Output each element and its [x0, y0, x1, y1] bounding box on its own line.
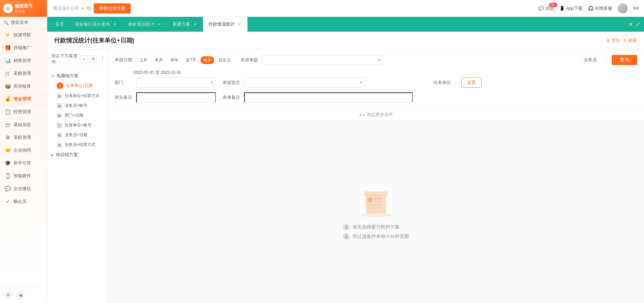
partner-more-icon[interactable]: ··· [455, 80, 459, 85]
tab-bank-flow[interactable]: 现金银行流水查询 ✕ [69, 17, 123, 32]
collapse-bar[interactable]: ∧∧ 收起更多条件 [108, 108, 644, 121]
staff-label: 业务员 [584, 57, 603, 63]
scheme-item-label: 业务员+日期 [65, 132, 87, 138]
tab-home-label: 首页 [55, 21, 64, 27]
tab-expand-icon[interactable]: ⤢ [636, 21, 640, 28]
sidebar-item-corp-wechat[interactable]: 💬 企业微信 [0, 182, 47, 195]
settings-button[interactable]: 设置 [461, 78, 481, 88]
tab-payment-stats[interactable]: 付款情况统计 ✕ [203, 17, 247, 32]
operation-icon: 📋 [5, 109, 11, 115]
add-scheme-button[interactable]: + [80, 55, 87, 63]
scheme-item-staff-settle[interactable]: ▦ 业务员+结算方式 [47, 140, 108, 150]
date-last-7days-btn[interactable]: 近7天 [183, 56, 199, 64]
tab-receipt-stats[interactable]: 收款情况统计 ✕ [123, 17, 167, 32]
date-custom-btn[interactable]: 自定义 [215, 56, 234, 64]
collapse-label: 收起更多条件 [367, 112, 393, 118]
scheme-settings-button[interactable]: ⚙ [89, 55, 97, 63]
scheme-item-label: 往来单位+账号 [65, 122, 91, 128]
sidebar-item-operation[interactable]: 📋 经营管理 [0, 105, 47, 118]
date-this-month-btn[interactable]: 本月 [152, 56, 166, 64]
scheme-panel-collapse-button[interactable]: 《 [99, 56, 104, 62]
sidebar-search[interactable]: 🔍 搜索菜单 [0, 17, 47, 29]
sidebar-item-label: 资金管理 [13, 96, 31, 102]
svg-rect-2 [364, 191, 388, 196]
trial-button[interactable]: 体验行业方案 [94, 3, 131, 13]
messages-button[interactable]: 💬 消息 99+ [538, 5, 554, 11]
scheme-item-staff-account[interactable]: ▦ 业务员+账号 [47, 101, 108, 111]
message-icon: 💬 [538, 6, 544, 11]
sidebar-item-system[interactable]: ⚙ 系统管理 [0, 131, 47, 144]
guide-icon: 🎓 [5, 160, 11, 166]
sidebar-item-sales[interactable]: 📊 销售管理 [0, 54, 47, 67]
scheme-item-unit-settle[interactable]: ▦ 往来单位+结算方式 [47, 91, 108, 101]
tab-new-scheme[interactable]: 新建方案 ✕ [167, 17, 203, 32]
date-this-year-btn[interactable]: 本年 [167, 56, 181, 64]
svg-rect-7 [368, 207, 380, 209]
staff-more-icon[interactable]: ··· [605, 58, 609, 63]
doc-status-select[interactable]: ▾ [244, 78, 365, 88]
enterprise-icon: 🤝 [5, 147, 11, 153]
mobile-group-arrow-icon: ▶ [51, 153, 54, 157]
scheme-item-label: 部门+日期 [65, 113, 83, 118]
sidebar-item-marketing[interactable]: 🎁 营销推广 [0, 41, 47, 54]
tab-payment-stats-close[interactable]: ✕ [237, 22, 242, 27]
scheme-item-label: 业务员+结算方式 [65, 142, 95, 148]
scheme-group-desktop[interactable]: ▼ 电脑端方案 [47, 71, 108, 80]
sidebar-item-label: 营销推广 [13, 45, 31, 51]
sidebar-item-purchase[interactable]: 🛒 采购管理 [0, 67, 47, 80]
company-settings-icon[interactable]: ⚙ [86, 5, 91, 11]
tab-home[interactable]: 首页 [50, 17, 69, 32]
online-service-button[interactable]: 🎧 在线客服 [588, 5, 612, 11]
date-more-btn[interactable]: 更多 [201, 56, 214, 64]
tab-new-scheme-close[interactable]: ✕ [192, 22, 198, 27]
tab-bank-flow-close[interactable]: ✕ [112, 22, 117, 27]
company-dropdown-arrow[interactable]: ▾ [82, 6, 84, 11]
sidebar-item-inventory[interactable]: 📦 库存核算 [0, 80, 47, 93]
scheme-tree: ▼ 电脑端方案 ○ 往来单位+日期 ▦ 往来单位+结算方式 ▦ 业务员+账号 [47, 69, 108, 303]
svg-rect-5 [374, 201, 381, 203]
page-header-actions: ⬆ 导出 ↻ 刷新 [606, 37, 637, 43]
scheme-item-unit-date[interactable]: ○ 往来单位+日期 [47, 80, 108, 91]
smart-hw-icon: ⌚ [5, 173, 11, 179]
scheme-item-dept-date[interactable]: ▦ 部门+日期 [47, 111, 108, 120]
dept-select[interactable]: ▾ [136, 78, 216, 88]
scheme-group-mobile[interactable]: ▶ 移动端方案 [47, 150, 108, 160]
export-icon: ⬆ [606, 38, 610, 43]
filter-date-item: 单据日期 上月 本月 本年 近7天 更多 自定义 [115, 56, 234, 64]
sidebar-item-label: 畅会员 [13, 199, 27, 205]
sidebar-item-vip[interactable]: ✓ 畅会员 [0, 195, 47, 208]
sidebar-item-enterprise[interactable]: 🤝 企业协同 [0, 144, 47, 157]
sidebar-item-finance[interactable]: 💰 资金管理 [0, 93, 47, 105]
sidebar-settings-button[interactable]: ⚙ [3, 290, 13, 300]
query-button[interactable]: 查询 [612, 55, 637, 65]
tab-receipt-stats-close[interactable]: ✕ [156, 22, 162, 27]
tab-bar-right: ✕ ⤢ [628, 17, 641, 32]
sidebar-bottom: ⚙ ◀ [0, 286, 47, 303]
search-label: 搜索菜单 [11, 20, 28, 26]
export-button[interactable]: ⬆ 导出 [606, 37, 620, 43]
table-header-note-input[interactable] [136, 92, 216, 102]
svg-point-0 [361, 213, 391, 217]
sidebar-item-guide[interactable]: 🎓 新手引导 [0, 157, 47, 170]
scheme-item-unit-account[interactable]: ≡ 往来单位+账号 [47, 120, 108, 130]
date-last-month-btn[interactable]: 上月 [136, 56, 150, 64]
sidebar-item-smart-hw[interactable]: ⌚ 智能硬件 [0, 170, 47, 182]
date-label: 单据日期 [115, 57, 134, 63]
sidebar-item-quick-nav[interactable]: ⚡ 快捷导航 [0, 29, 47, 41]
scheme-item-label: 往来单位+结算方式 [65, 93, 99, 99]
finance-icon: 💰 [5, 96, 11, 102]
app-download-button[interactable]: 📱 App下载 [559, 5, 583, 11]
doc-status-label: 单据状态 [223, 80, 241, 86]
logo-text: 畅捷通巧 标准版 [15, 3, 32, 14]
table-body-note-input[interactable] [244, 92, 413, 102]
user-avatar[interactable] [618, 3, 628, 13]
top-bar-right: 💬 消息 99+ 📱 App下载 🎧 在线客服 Rit [538, 3, 639, 13]
scheme-item-staff-date[interactable]: ▦ 业务员+日期 [47, 130, 108, 140]
tab-close-all-icon[interactable]: ✕ [628, 21, 633, 28]
sidebar-collapse-button[interactable]: ◀ [16, 290, 25, 300]
scheme-item-icon: ▦ [57, 132, 62, 138]
source-doc-select[interactable]: ▾ [262, 55, 383, 65]
sidebar-logo: 6 畅捷通巧 标准版 [0, 0, 47, 17]
sidebar-item-base-info[interactable]: 🗃 基础信息 [0, 118, 47, 131]
refresh-button[interactable]: ↻ 刷新 [623, 37, 637, 43]
